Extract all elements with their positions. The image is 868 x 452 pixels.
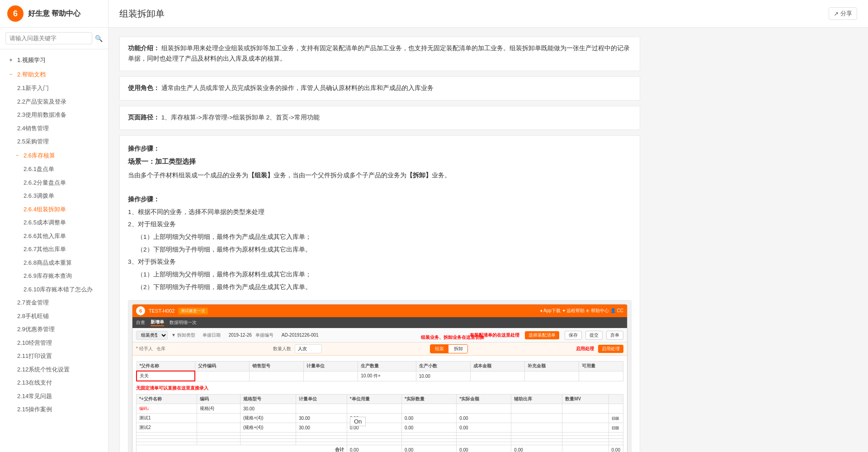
mock-col-qty-dec: 生产小数: [416, 362, 470, 371]
mock-upper-table: *父件名称 父件编码 销售型号 计量单位 生产数量 生产小数 成本金额 补充金额: [136, 361, 623, 381]
sidebar-item-split-stocktake[interactable]: 2.6.2分量盘点单: [0, 176, 108, 190]
sidebar-item-video[interactable]: + 1.视频学习: [0, 53, 108, 67]
operations-title: 操作步骤：: [128, 145, 632, 153]
page-header: 组装拆卸单 ↗ 分享: [108, 0, 868, 28]
sidebar-item-print[interactable]: 2.11打印设置: [0, 349, 108, 363]
mock-topbar-env: 测试账套一次: [178, 308, 208, 314]
share-button[interactable]: ↗ 分享: [829, 7, 857, 20]
role-label: 使用角色：: [128, 85, 160, 91]
role-block: 使用角色： 通常由生产人员或库管人员完成拆装业务的操作，库管人员确认原材料的出库…: [119, 76, 640, 100]
sidebar-item-cases[interactable]: 2.15操作案例: [0, 403, 108, 416]
sidebar-item-transfer[interactable]: 2.6.3调拨单: [0, 189, 108, 203]
mock-toolbar: 组装类型 ▼ 拆卸类型 单据日期 2019-12-26 单据编号 AD-2019…: [132, 328, 627, 343]
sidebar-item-business[interactable]: 2.10经营管理: [0, 336, 108, 350]
sidebar-item-other-in[interactable]: 2.6.6其他入库单: [0, 229, 108, 243]
mock-menu-home: 自查: [136, 319, 145, 326]
mock-enable-btn[interactable]: 启用处理: [598, 345, 623, 353]
mock-upper-section: *父件名称 父件编码 销售型号 计量单位 生产数量 生产小数 成本金额 补充金额: [132, 356, 627, 384]
step3: 3、对于拆装业务: [128, 256, 632, 268]
scene1-desc: 当由多个子件材料组装成一个成品的业务为【组装】业务，当由一个父件拆分成多个子产品…: [128, 170, 632, 293]
sidebar-item-stock-error[interactable]: 2.6.10库存账本错了怎么办: [0, 283, 108, 296]
mock-menu-new: 新增单: [151, 319, 164, 326]
sidebar-header: 6 好生意 帮助中心: [0, 0, 108, 28]
mock-col-qty: 生产数量: [358, 362, 416, 371]
sidebar-item-inventory[interactable]: − 2.6库存核算: [0, 148, 108, 163]
sidebar-item-sales[interactable]: 2.4销售管理: [0, 122, 108, 135]
mock-lower-table: *+父件名称 编码 规格型号 计量单位 *单位用量 *实际数量 *实际金额 辅助…: [136, 394, 623, 452]
app-title: 好生意 帮助中心: [28, 9, 80, 19]
search-icon[interactable]: 🔍: [95, 35, 103, 42]
step2-sub2: （2）下部明细为子件明细，最终作为原材料生成其它出库单。: [128, 244, 632, 256]
mock-menu-detail: 数据明细一次: [170, 319, 197, 326]
sidebar-item-purchase[interactable]: 2.5采购管理: [0, 135, 108, 148]
search-input[interactable]: [5, 32, 92, 44]
intro-text: 组装拆卸单用来处理企业组装或拆卸等加工业务，支持有固定装配清单的产品加工业务，也…: [128, 45, 630, 62]
mock-submit-btn[interactable]: 提交: [585, 331, 603, 340]
sidebar-item-cost-adjust[interactable]: 2.6.5成本调整单: [0, 216, 108, 229]
annotation-enable: 启用处理: [576, 346, 594, 351]
mock-topbar: 6 TEST-H002 测试账套一次 ♦ App下载 ✦ 远程帮助 ⊕ 帮助中心…: [132, 305, 627, 317]
app-logo: 6: [7, 5, 24, 22]
mock-disassemble-btn[interactable]: 拆卸: [449, 345, 467, 353]
sidebar-item-docs[interactable]: − 2.帮助文档: [0, 67, 108, 82]
sidebar-item-coupon[interactable]: 2.9优惠券管理: [0, 323, 108, 336]
main-content: 组装拆卸单 ↗ 分享 功能介绍： 组装拆卸单用来处理企业组装或拆卸等加工业务，支…: [108, 0, 868, 452]
mock-topbar-right: ♦ App下载 ✦ 远程帮助 ⊕ 帮助中心 👤 CC: [540, 308, 623, 314]
table-row: 测试2 (规格+(4)) 30.00 0.00 0.00 0.00: [137, 423, 623, 433]
annotation-no-bom: 无固定清单可以直接在这里直接录入: [136, 385, 623, 391]
sidebar-item-finance[interactable]: 2.7资金管理: [0, 296, 108, 309]
sidebar-item-faq[interactable]: 2.14常见问题: [0, 390, 108, 403]
expand-icon: +: [7, 57, 14, 64]
step1: 1、根据不同的业务，选择不同单据的类型来处理: [128, 206, 632, 218]
sidebar: 6 好生意 帮助中心 🔍 + 1.视频学习 − 2.帮助文档 2.1新手入门 2…: [0, 0, 108, 452]
mock-discard-btn[interactable]: 弃单: [606, 331, 623, 340]
sidebar-item-prepare[interactable]: 2.3使用前数据准备: [0, 108, 108, 122]
table-row: [137, 439, 623, 442]
mock-topbar-id: TEST-H002: [149, 308, 175, 314]
sidebar-item-cost-recalc[interactable]: 2.6.8商品成本重算: [0, 256, 108, 270]
steps-title: 操作步骤：: [128, 194, 632, 205]
share-label: 分享: [840, 10, 852, 18]
collapse-icon: −: [7, 71, 14, 78]
screenshot-container: 6 TEST-H002 测试账套一次 ♦ App下载 ✦ 远程帮助 ⊕ 帮助中心…: [128, 300, 632, 452]
mock-lower-section: 无固定清单可以直接在这里直接录入 *+父件名称 编码 规格型号 计量单位 *单位…: [132, 385, 627, 452]
step3-sub1: （1）上部明细为父件明细，最终作为原材料生成其它出库单；: [128, 269, 632, 281]
mock-type-select[interactable]: 组装类型: [136, 331, 168, 340]
sidebar-item-custom[interactable]: 2.12系统个性化设置: [0, 363, 108, 376]
sidebar-item-assemble[interactable]: 2.6.4组装拆卸单: [0, 203, 108, 216]
sidebar-item-mobile[interactable]: 2.8手机旺铺: [0, 309, 108, 323]
table-row: 关关 10.00 件+ 10.00: [137, 371, 623, 381]
mock-quantity-input[interactable]: [295, 344, 322, 353]
mock-assemble-btn[interactable]: 组装: [430, 345, 448, 353]
sidebar-item-install[interactable]: 2.2产品安装及登录: [0, 95, 108, 109]
step3-sub2: （2）下部明细为子件明细，最终作为产成品生成其它入库单。: [128, 281, 632, 293]
intro-block: 功能介绍： 组装拆卸单用来处理企业组装或拆卸等加工业务，支持有固定装配清单的产品…: [119, 37, 640, 71]
sidebar-item-stocktake[interactable]: 2.6.1盘点单: [0, 162, 108, 176]
scene1-title: 场景一：加工类型选择: [128, 157, 632, 166]
mock-select-bom-btn[interactable]: 选择装配清单: [525, 331, 559, 339]
mock-ui: 6 TEST-H002 测试账套一次 ♦ App下载 ✦ 远程帮助 ⊕ 帮助中心…: [132, 304, 627, 452]
sidebar-item-stock-query[interactable]: 2.6.9库存账本查询: [0, 269, 108, 283]
sidebar-item-payment[interactable]: 2.13在线支付: [0, 376, 108, 390]
sidebar-item-newbie[interactable]: 2.1新手入门: [0, 81, 108, 95]
share-icon: ↗: [834, 10, 839, 17]
mock-logo: 6: [136, 306, 145, 315]
step2: 2、对于组装业务: [128, 219, 632, 230]
table-row: 编码↓ 规格(4) 30.00: [137, 404, 623, 414]
operations-section: 操作步骤： 场景一：加工类型选择 当由多个子件材料组装成一个成品的业务为【组装】…: [119, 135, 640, 452]
on-label: On: [350, 417, 366, 426]
content-area: 功能介绍： 组装拆卸单用来处理企业组装或拆卸等加工业务，支持有固定装配清单的产品…: [108, 28, 651, 452]
mock-save-btn[interactable]: 保存: [565, 331, 582, 340]
mock-menubar: 自查 新增单 数据明细一次: [132, 317, 627, 328]
mock-col-cost: 成本金额: [470, 362, 524, 371]
mock-col-suppl: 补充金额: [525, 362, 579, 371]
table-row: [137, 442, 623, 445]
annotation-toggle: 组装业务、拆卸业务在这里切换: [421, 334, 484, 341]
mock-col-avail: 可用量: [579, 362, 623, 371]
step2-sub1: （1）上部明细为父件明细，最终作为产成品生成其它入库单；: [128, 231, 632, 243]
scene1-description: 当由多个子件材料组装成一个成品的业务为【组装】业务，当由一个父件拆分成多个子产品…: [128, 170, 632, 181]
mock-type-toggle: 组装 拆卸: [430, 344, 468, 353]
mock-sub-toolbar: * 经手人 仓库 数量人数 组装 拆卸: [132, 343, 627, 356]
path-text: 1、库存核算->库存管理->组装拆卸单 2、首页->常用功能: [161, 114, 320, 121]
sidebar-item-other-out[interactable]: 2.6.7其他出库单: [0, 243, 108, 256]
